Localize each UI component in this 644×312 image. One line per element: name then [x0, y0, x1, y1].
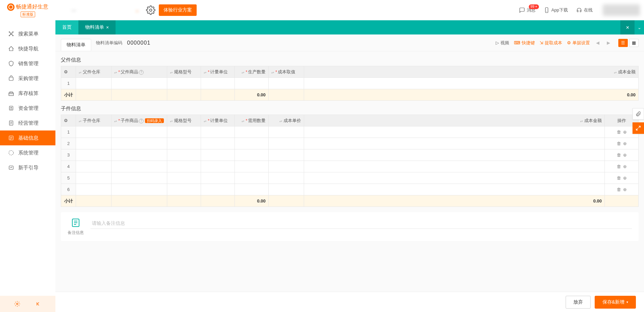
collapse-sidebar-icon[interactable]	[35, 301, 41, 307]
delete-row-icon[interactable]: 🗑	[617, 164, 621, 169]
svg-line-10	[10, 34, 10, 35]
child-row[interactable]: 1🗑⊕	[61, 126, 639, 138]
child-row[interactable]: 5🗑⊕	[61, 172, 639, 184]
extract-cost-link[interactable]: ⇲提取成本	[540, 40, 562, 46]
child-row[interactable]: 6🗑⊕	[61, 184, 639, 195]
footer-actions: 放弃 保存&新增▾	[55, 292, 644, 312]
child-row[interactable]: 4🗑⊕	[61, 161, 639, 172]
child-row[interactable]: 2🗑⊕	[61, 138, 639, 149]
scan-input-badge[interactable]: 扫码录入	[145, 118, 164, 123]
save-and-new-button[interactable]: 保存&新增▾	[595, 296, 636, 309]
delete-row-icon[interactable]: 🗑	[617, 187, 621, 192]
svg-point-7	[13, 35, 13, 36]
child-row[interactable]: 3🗑⊕	[61, 149, 639, 161]
sidebar-item-ops-mgmt[interactable]: 经营管理	[0, 116, 55, 130]
tabs-more-button[interactable]: ⌄	[635, 20, 644, 34]
close-all-tabs-button[interactable]: ✕	[620, 20, 635, 34]
discard-button[interactable]: 放弃	[566, 296, 591, 309]
user-avatar[interactable]	[603, 4, 640, 16]
keyboard-icon: ⌨	[514, 40, 520, 45]
sidebar-item-label: 库存核算	[18, 90, 39, 97]
view-list-button[interactable]: ☰	[618, 39, 628, 47]
add-row-icon[interactable]: ⊕	[623, 141, 627, 146]
sidebar-item-system-mgmt[interactable]: 系统管理	[0, 145, 55, 160]
parent-col-cost[interactable]: ▴▾*成本取值	[269, 66, 304, 78]
sidebar-item-label: 搜索菜单	[18, 31, 39, 37]
add-row-icon[interactable]: ⊕	[623, 129, 627, 135]
messages-link[interactable]: 消息 99 +	[519, 7, 536, 13]
delete-row-icon[interactable]: 🗑	[617, 175, 621, 181]
sidebar-item-quick-nav[interactable]: 快捷导航	[0, 41, 55, 56]
sidebar-item-search-menu[interactable]: 搜索菜单	[0, 26, 55, 41]
app-download-link[interactable]: App下载	[544, 7, 568, 13]
view-card-button[interactable]: ▦	[629, 39, 639, 47]
parent-col-gear[interactable]: ⚙	[61, 66, 76, 78]
help-icon[interactable]: ?	[139, 70, 144, 75]
help-icon[interactable]: ?	[139, 119, 144, 123]
settings-icon[interactable]	[14, 301, 20, 307]
sub-tab-bom[interactable]: 物料清单	[61, 39, 91, 51]
delete-row-icon[interactable]: 🗑	[617, 141, 621, 146]
org-settings-button[interactable]	[146, 5, 155, 15]
add-row-icon[interactable]: ⊕	[623, 187, 627, 192]
close-tab-icon[interactable]: ×	[106, 25, 109, 30]
doc-settings-link[interactable]: ⚙单据设置	[567, 40, 590, 46]
tab-home[interactable]: 首页	[55, 20, 78, 34]
purchase-mgmt-icon	[8, 75, 14, 81]
svg-rect-1	[545, 8, 548, 13]
right-float-toolbar	[633, 108, 644, 134]
child-col-wh[interactable]: ▴▾子件仓库	[76, 115, 112, 126]
parent-col-amount[interactable]: ▴▾成本金额	[304, 66, 639, 78]
sidebar-item-onboarding[interactable]: 新手引导	[0, 160, 55, 175]
video-link[interactable]: ▷视频	[496, 40, 509, 46]
remark-section: 备注信息	[61, 212, 639, 241]
sidebar-item-inventory-acct[interactable]: 库存核算	[0, 86, 55, 101]
parent-col-prod[interactable]: ▴▾*父件商品?	[112, 66, 167, 78]
sidebar-item-sales-mgmt[interactable]: 销售管理	[0, 56, 55, 71]
shortcut-link[interactable]: ⌨快捷键	[514, 40, 535, 46]
fund-mgmt-icon	[8, 105, 14, 111]
svg-line-9	[12, 32, 13, 33]
sidebar-item-label: 系统管理	[18, 150, 39, 156]
attachment-button[interactable]	[633, 108, 644, 120]
child-col-price[interactable]: ▴▾成本单价	[269, 115, 304, 126]
sidebar-item-label: 新手引导	[18, 165, 39, 171]
system-mgmt-icon	[8, 150, 14, 156]
add-row-icon[interactable]: ⊕	[623, 152, 627, 158]
tab-bom[interactable]: 物料清单 ×	[78, 20, 116, 34]
svg-point-24	[9, 150, 14, 155]
add-row-icon[interactable]: ⊕	[623, 175, 627, 181]
parent-row[interactable]: 1	[61, 78, 639, 89]
svg-line-8	[10, 32, 10, 33]
fullscreen-button[interactable]	[633, 122, 644, 134]
remark-input[interactable]	[91, 218, 632, 229]
sidebar-item-purchase-mgmt[interactable]: 采购管理	[0, 71, 55, 86]
online-support-link[interactable]: 在线	[576, 7, 593, 13]
child-col-qty[interactable]: ▴▾*需用数量	[235, 115, 269, 126]
child-col-spec[interactable]: ▴▾规格型号	[167, 115, 201, 126]
child-col-unit[interactable]: ▴▾*计量单位	[201, 115, 235, 126]
add-row-icon[interactable]: ⊕	[623, 164, 627, 169]
child-col-gear[interactable]: ⚙	[61, 115, 76, 126]
delete-row-icon[interactable]: 🗑	[617, 129, 621, 135]
industry-plan-button[interactable]: 体验行业方案	[159, 4, 197, 16]
remark-icon: 备注信息	[68, 218, 84, 236]
child-col-prod[interactable]: ▴▾*子件商品?扫码录入	[112, 115, 167, 126]
sidebar-item-basic-info[interactable]: 基础信息	[0, 130, 55, 145]
svg-rect-12	[9, 77, 13, 80]
quick-nav-icon	[8, 46, 14, 52]
delete-row-icon[interactable]: 🗑	[617, 152, 621, 158]
svg-point-4	[9, 32, 10, 32]
logo-icon	[7, 3, 15, 11]
parent-col-qty[interactable]: ▴▾*生产数量	[235, 66, 269, 78]
child-col-amount[interactable]: ▴▾成本金额	[304, 115, 605, 126]
prev-doc-button[interactable]: ◀	[595, 40, 601, 45]
content-scroll[interactable]: 父件信息 ⚙ ▴▾父件仓库 ▴▾*父件商品? ▴▾规格型号 ▴▾*计量单位 ▴▾…	[55, 51, 644, 292]
sidebar-item-fund-mgmt[interactable]: 资金管理	[0, 101, 55, 116]
org-selector[interactable]: — ⌄	[68, 4, 143, 16]
next-doc-button[interactable]: ▶	[605, 40, 612, 45]
parent-col-wh[interactable]: ▴▾父件仓库	[76, 66, 112, 78]
parent-col-unit[interactable]: ▴▾*计量单位	[201, 66, 235, 78]
parent-col-spec[interactable]: ▴▾规格型号	[167, 66, 201, 78]
sidebar-item-label: 基础信息	[18, 135, 39, 141]
